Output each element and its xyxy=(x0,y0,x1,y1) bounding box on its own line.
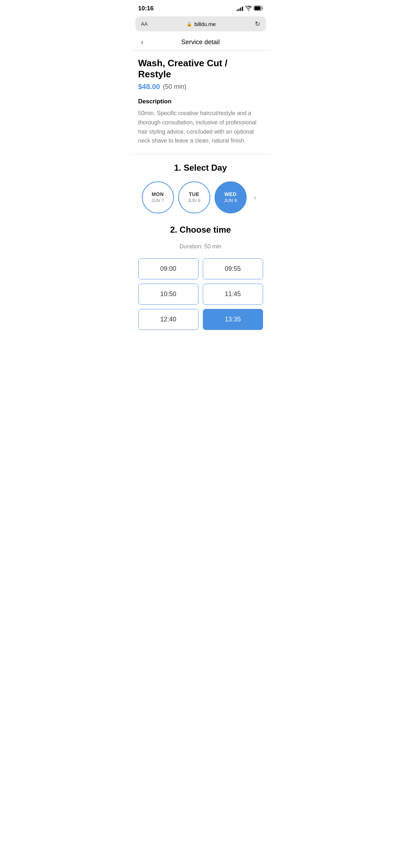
day-date: JUN 9 xyxy=(224,198,237,203)
day-name: WED xyxy=(224,191,236,197)
service-duration: (50 min) xyxy=(163,83,186,91)
nav-header: ‹ Service detail xyxy=(131,34,270,51)
time-slot-0955[interactable]: 09:55 xyxy=(203,258,263,279)
day-name: MON xyxy=(151,191,164,197)
select-day-title: 1. Select Day xyxy=(138,163,263,173)
svg-rect-1 xyxy=(255,6,261,10)
time-subtitle: Duration: 50 min xyxy=(138,243,263,250)
time-slot-1145[interactable]: 11:45 xyxy=(203,284,263,305)
time-slot-0900[interactable]: 09:00 xyxy=(138,258,199,279)
choose-time-section: 2. Choose time Duration: 50 min 09:0009:… xyxy=(131,225,270,337)
day-date: JUN 8 xyxy=(187,198,200,203)
wifi-icon xyxy=(245,6,252,12)
service-price-row: $48.00 (50 min) xyxy=(138,83,263,91)
time-grid: 09:0009:5510:5011:4512:4013:35 xyxy=(138,258,263,337)
time-slot-1335[interactable]: 13:35 xyxy=(203,309,263,330)
battery-icon xyxy=(254,6,263,12)
page-title: Service detail xyxy=(181,38,220,46)
status-time: 10:16 xyxy=(138,5,154,12)
browser-bar[interactable]: AA 🔒 billdu.me ↻ xyxy=(135,16,266,31)
day-option-wed[interactable]: WEDJUN 9 xyxy=(215,181,247,213)
status-icons xyxy=(237,6,263,12)
service-price: $48.00 xyxy=(138,83,160,91)
browser-url: 🔒 billdu.me xyxy=(186,21,216,27)
browser-aa-button[interactable]: AA xyxy=(141,21,148,27)
day-option-mon[interactable]: MONJUN 7 xyxy=(142,181,174,213)
description-label: Description xyxy=(138,98,263,105)
browser-url-text: billdu.me xyxy=(194,21,216,27)
refresh-icon[interactable]: ↻ xyxy=(255,20,260,28)
day-option-tue[interactable]: TUEJUN 8 xyxy=(178,181,210,213)
lock-icon: 🔒 xyxy=(186,21,192,27)
day-selector: MONJUN 7TUEJUN 8WEDJUN 9› xyxy=(138,181,263,213)
status-bar: 10:16 xyxy=(131,0,270,15)
time-slot-1240[interactable]: 12:40 xyxy=(138,309,199,330)
description-text: 50min. Specific creative haircut/restyle… xyxy=(138,109,263,145)
choose-time-title: 2. Choose time xyxy=(138,225,263,235)
signal-icon xyxy=(237,6,243,11)
next-days-arrow[interactable]: › xyxy=(251,190,259,205)
content-area: Wash, Creative Cut / Restyle $48.00 (50 … xyxy=(131,51,270,145)
select-day-section: 1. Select Day MONJUN 7TUEJUN 8WEDJUN 9› xyxy=(131,154,270,213)
back-button[interactable]: ‹ xyxy=(138,36,146,48)
day-name: TUE xyxy=(189,191,200,197)
service-title: Wash, Creative Cut / Restyle xyxy=(138,58,263,80)
time-slot-1050[interactable]: 10:50 xyxy=(138,284,199,305)
day-date: JUN 7 xyxy=(151,198,164,203)
